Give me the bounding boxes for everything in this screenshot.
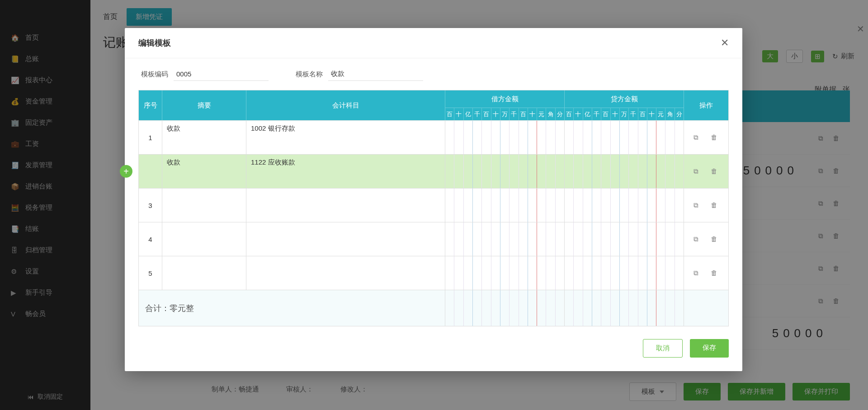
digit-label: 万 xyxy=(620,108,629,121)
table-row[interactable]: 收款1122 应收账款⧉🗑 xyxy=(139,154,728,188)
delete-icon[interactable]: 🗑 xyxy=(711,201,719,209)
digit-label: 十 xyxy=(574,108,583,121)
digit-label: 千 xyxy=(592,108,601,121)
table-row[interactable]: 1收款1002 银行存款⧉🗑 xyxy=(139,120,728,154)
digit-label: 百 xyxy=(445,108,454,121)
digit-label: 百 xyxy=(565,108,574,121)
row-account[interactable]: 1122 应收账款 xyxy=(246,155,445,188)
col-debit: 借方金额 xyxy=(491,90,519,108)
digit-label: 百 xyxy=(601,108,610,121)
digit-label: 角 xyxy=(546,108,555,121)
row-account[interactable]: 1002 银行存款 xyxy=(246,121,445,154)
row-index xyxy=(139,155,162,188)
digit-label: 十 xyxy=(454,108,463,121)
template-name-input[interactable] xyxy=(328,67,423,81)
digit-label: 亿 xyxy=(583,108,592,121)
total-label: 合计：零元整 xyxy=(139,290,445,326)
copy-icon[interactable]: ⧉ xyxy=(693,235,702,243)
row-summary[interactable] xyxy=(162,256,246,290)
row-credit[interactable] xyxy=(565,121,684,154)
row-summary[interactable]: 收款 xyxy=(162,155,246,188)
template-table: 序号 摘要 会计科目 借方金额 贷方金额 操作 百十亿千百十万千百十元角分 百十… xyxy=(138,90,729,326)
cancel-button[interactable]: 取消 xyxy=(643,339,683,358)
digit-label: 分 xyxy=(675,108,684,121)
template-name-label: 模板名称 xyxy=(296,70,323,79)
row-credit[interactable] xyxy=(565,189,684,222)
digit-label: 元 xyxy=(537,108,546,121)
digit-label: 亿 xyxy=(464,108,473,121)
digit-label: 元 xyxy=(656,108,665,121)
digit-label: 分 xyxy=(556,108,564,121)
row-index: 3 xyxy=(139,189,162,222)
col-credit: 贷方金额 xyxy=(611,90,638,108)
row-summary[interactable] xyxy=(162,189,246,222)
modal-title: 编辑模板 xyxy=(138,38,171,48)
table-row[interactable]: 5⧉🗑 xyxy=(139,256,728,290)
digit-label: 十 xyxy=(647,108,656,121)
row-credit[interactable] xyxy=(565,155,684,188)
table-row[interactable]: 3⧉🗑 xyxy=(139,188,728,222)
row-summary[interactable] xyxy=(162,222,246,256)
row-debit[interactable] xyxy=(445,121,565,154)
save-button[interactable]: 保存 xyxy=(690,339,729,358)
copy-icon[interactable]: ⧉ xyxy=(693,167,702,175)
add-row-button[interactable]: + xyxy=(120,165,132,178)
row-index: 4 xyxy=(139,222,162,256)
delete-icon[interactable]: 🗑 xyxy=(711,133,719,141)
digit-label: 十 xyxy=(611,108,620,121)
digit-label: 十 xyxy=(491,108,500,121)
digit-label: 千 xyxy=(509,108,519,121)
row-account[interactable] xyxy=(246,256,445,290)
digit-label: 十 xyxy=(528,108,537,121)
digit-label: 百 xyxy=(638,108,647,121)
total-row: 合计：零元整 xyxy=(139,290,728,326)
row-index: 1 xyxy=(139,121,162,154)
copy-icon[interactable]: ⧉ xyxy=(693,133,702,141)
delete-icon[interactable]: 🗑 xyxy=(711,269,719,277)
row-credit[interactable] xyxy=(565,222,684,256)
digit-label: 千 xyxy=(473,108,482,121)
template-code-label: 模板编码 xyxy=(141,70,168,79)
table-row[interactable]: 4⧉🗑 xyxy=(139,222,728,256)
template-code-input[interactable] xyxy=(174,67,269,81)
row-account[interactable] xyxy=(246,222,445,256)
digit-label: 千 xyxy=(629,108,638,121)
row-debit[interactable] xyxy=(445,256,565,290)
digit-label: 百 xyxy=(482,108,491,121)
delete-icon[interactable]: 🗑 xyxy=(711,235,719,243)
row-index: 5 xyxy=(139,256,162,290)
row-debit[interactable] xyxy=(445,189,565,222)
row-credit[interactable] xyxy=(565,256,684,290)
row-debit[interactable] xyxy=(445,155,565,188)
row-debit[interactable] xyxy=(445,222,565,256)
digit-label: 角 xyxy=(665,108,675,121)
row-summary[interactable]: 收款 xyxy=(162,121,246,154)
copy-icon[interactable]: ⧉ xyxy=(693,269,702,277)
edit-template-modal: 编辑模板 ✕ 模板编码 模板名称 序号 摘要 会计科目 借方金额 xyxy=(125,28,742,371)
copy-icon[interactable]: ⧉ xyxy=(693,201,702,209)
delete-icon[interactable]: 🗑 xyxy=(711,167,719,175)
digit-label: 万 xyxy=(500,108,509,121)
row-account[interactable] xyxy=(246,189,445,222)
modal-close-button[interactable]: ✕ xyxy=(721,37,729,49)
digit-label: 百 xyxy=(519,108,528,121)
